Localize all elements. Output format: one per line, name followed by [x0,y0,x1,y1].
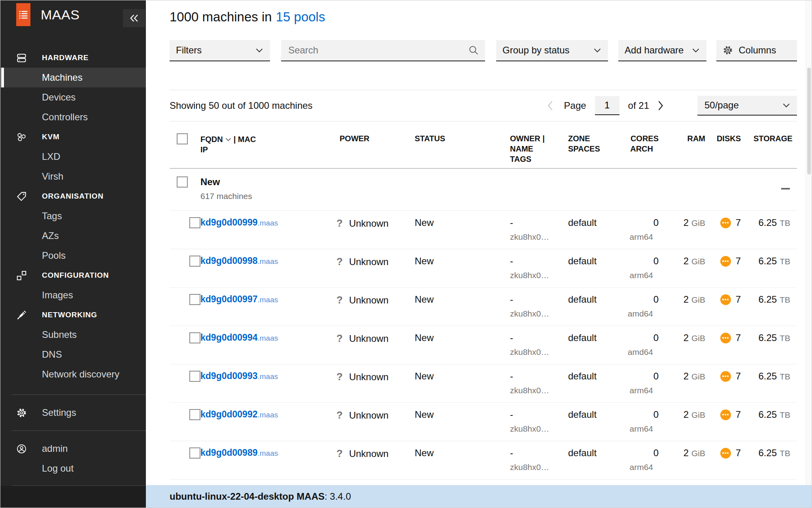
vertical-scrollbar[interactable] [806,0,812,485]
row-checkbox[interactable] [189,332,200,343]
machine-status-text: New [415,256,434,266]
add-hardware-dropdown[interactable]: Add hardware [618,40,706,61]
col-header-disks[interactable]: DISKS [716,133,753,144]
storage-value: 6.25 [758,409,777,420]
power-unknown-icon: ? [336,409,343,421]
power-status-text: Unknown [349,256,389,267]
machine-link[interactable]: kd9g0d00994.maas [200,335,278,342]
machine-count-text: 1000 machines in [170,9,272,24]
group-checkbox[interactable] [177,176,188,188]
ram-unit: GiB [691,218,705,227]
machine-name-tag: zku8hx0… [510,232,562,242]
columns-button[interactable]: Columns [716,40,797,61]
machine-link[interactable]: kd9g0d00989.maas [200,450,278,457]
machine-row: kd9g0d00992.maas?UnknownNew-zku8hx0…defa… [170,403,797,441]
cores-count: 0 [617,217,659,228]
machine-link[interactable]: kd9g0d00999.maas [200,220,278,227]
power-status-text: Unknown [349,372,389,383]
zone-text: default [568,332,597,343]
next-page-button[interactable] [655,98,667,114]
sidebar-item-label: Network discovery [42,369,119,380]
search-input[interactable] [287,44,468,56]
select-all-checkbox[interactable] [177,133,188,144]
group-by-select[interactable]: Group by status [496,40,608,61]
disk-test-status-icon[interactable] [720,371,731,382]
sidebar-item-azs[interactable]: AZs [0,226,146,246]
logout-label: Log out [42,463,74,474]
col-header-owner[interactable]: OWNER |NAMETAGS [504,133,562,164]
sidebar-item-virsh[interactable]: Virsh [0,167,146,186]
app-title: MAAS [41,7,79,23]
machine-link[interactable]: kd9g0d00992.maas [200,412,278,419]
sidebar-footer-strip [0,486,146,508]
sidebar-item-settings[interactable]: Settings [0,403,146,423]
machine-name-tag: zku8hx0… [510,309,562,318]
sidebar-item-label: Pools [42,250,66,261]
col-header-cores[interactable]: CORESARCH [617,133,668,154]
sidebar-item-subnets[interactable]: Subnets [0,325,146,345]
disk-test-status-icon[interactable] [720,409,731,420]
sidebar-item-machines[interactable]: Machines [0,68,146,87]
plug-icon [16,310,27,320]
sidebar-item-pools[interactable]: Pools [0,246,146,265]
sidebar-item-devices[interactable]: Devices [0,87,146,107]
disk-test-status-icon[interactable] [720,448,731,459]
col-header-fqdn[interactable]: FQDN| MACIP [200,133,336,155]
pools-link[interactable]: 15 pools [276,9,325,24]
row-checkbox[interactable] [189,371,200,382]
machine-row: kd9g0d00993.maas?UnknownNew-zku8hx0…defa… [170,364,797,403]
disk-test-status-icon[interactable] [720,333,731,343]
ram-value: 2 [684,447,689,458]
disk-test-status-icon[interactable] [720,294,731,305]
maas-logo-icon[interactable] [16,3,30,26]
col-header-status[interactable]: STATUS [412,133,504,144]
sidebar-section-hardware: HARDWARE [0,48,146,68]
sidebar-collapse-button[interactable] [123,9,145,27]
machine-row: kd9g0d00999.maas?UnknownNew-zku8hx0…defa… [170,211,797,249]
chevron-down-icon [256,48,263,53]
sidebar-item-label: Images [42,290,73,301]
machine-row: kd9g0d00998.maas?UnknownNew-zku8hx0…defa… [170,249,797,288]
row-checkbox[interactable] [189,294,200,305]
row-checkbox[interactable] [189,256,200,267]
sidebar-item-images[interactable]: Images [0,285,146,305]
machine-domain: .maas [257,372,278,381]
filters-dropdown[interactable]: Filters [170,40,270,61]
main-content: 1000 machines in15 pools Filters Group b… [146,0,812,508]
prev-page-button[interactable] [544,98,556,114]
machine-link[interactable]: kd9g0d00998.maas [200,258,278,265]
disk-test-status-icon[interactable] [720,256,731,267]
power-unknown-icon: ? [336,217,343,229]
machine-link[interactable]: kd9g0d00993.maas [200,373,278,380]
per-page-select[interactable]: 50/page [697,96,797,116]
col-header-storage[interactable]: STORAGE [753,133,797,144]
arch-text: arm64 [617,386,659,395]
ram-value: 2 [684,409,689,420]
ram-unit: GiB [691,372,705,381]
zone-text: default [568,447,597,458]
blocks-icon [16,270,27,281]
machine-hostname: kd9g0d00999 [200,217,257,227]
col-header-power[interactable]: POWER [336,133,412,144]
page-number-input[interactable] [595,96,619,115]
row-checkbox[interactable] [189,447,200,459]
machine-link[interactable]: kd9g0d00997.maas [200,297,278,303]
sidebar-item-tags[interactable]: Tags [0,206,146,226]
col-header-zone[interactable]: ZONESPACES [562,133,617,154]
zone-text: default [568,409,597,420]
collapse-group-button[interactable] [781,185,791,192]
sidebar-item-lxd[interactable]: LXD [0,147,146,167]
scrollbar-thumb[interactable] [807,68,811,174]
sidebar-item-logout[interactable]: Log out [0,459,146,478]
sidebar-item-controllers[interactable]: Controllers [0,107,146,127]
machine-status-text: New [415,409,434,420]
row-checkbox[interactable] [189,217,200,228]
disk-test-status-icon[interactable] [720,218,731,228]
row-checkbox[interactable] [189,409,200,420]
sidebar-item-network-discovery[interactable]: Network discovery [0,364,146,384]
machine-name-tag: zku8hx0… [510,424,562,434]
sidebar-item-dns[interactable]: DNS [0,345,146,364]
storage-unit: TB [780,257,790,266]
sidebar-item-admin[interactable]: admin [0,439,146,459]
col-header-ram[interactable]: RAM [668,133,716,144]
